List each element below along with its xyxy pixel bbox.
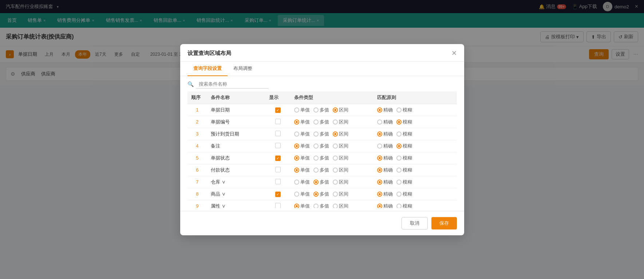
radio-type-range[interactable]: 区间 (333, 155, 348, 161)
radio-type-range[interactable]: 区间 (333, 119, 348, 125)
cell-name: 属性 ∨ (207, 200, 265, 208)
radio-match-fuzzy[interactable]: 模糊 (396, 203, 412, 208)
radio-type-single[interactable]: 单值 (294, 119, 310, 125)
cell-match: 精确模糊 (374, 164, 457, 176)
radio-type-multi[interactable]: 多值 (313, 131, 329, 137)
radio-type-range[interactable]: 区间 (333, 143, 348, 149)
radio-match-exact[interactable]: 精确 (377, 107, 393, 113)
radio-match-fuzzy[interactable]: 模糊 (396, 119, 412, 125)
radio-circle-match-fuzzy (396, 204, 402, 208)
save-button[interactable]: 保存 (431, 217, 457, 229)
show-checkbox[interactable] (275, 179, 281, 184)
show-checkbox[interactable] (275, 192, 281, 197)
tab-query-fields[interactable]: 查询字段设置 (187, 62, 228, 76)
radio-label-type-single: 单值 (300, 119, 310, 125)
radio-circle-type-range (333, 119, 338, 125)
cell-order: 9 (187, 200, 208, 208)
cell-show[interactable] (265, 152, 291, 164)
radio-type-range[interactable]: 区间 (333, 107, 348, 113)
radio-type-single[interactable]: 单值 (294, 143, 310, 149)
radio-type-range[interactable]: 区间 (333, 179, 348, 185)
radio-type-multi[interactable]: 多值 (313, 179, 329, 185)
cell-show[interactable] (265, 140, 291, 152)
radio-label-match-exact: 精确 (383, 179, 393, 185)
radio-match-exact[interactable]: 精确 (377, 203, 393, 208)
cell-show[interactable] (265, 104, 291, 116)
show-checkbox[interactable] (275, 107, 281, 113)
radio-type-range[interactable]: 区间 (333, 167, 348, 173)
cell-show[interactable] (265, 188, 291, 200)
radio-match-exact[interactable]: 精确 (377, 155, 393, 161)
show-checkbox[interactable] (275, 131, 281, 136)
cancel-button[interactable]: 取消 (402, 217, 428, 229)
dialog-search-area: 🔍 (180, 76, 464, 89)
radio-match-exact[interactable]: 精确 (377, 119, 393, 125)
radio-type-single[interactable]: 单值 (294, 191, 310, 197)
radio-type-multi[interactable]: 多值 (313, 119, 329, 125)
th-match: 匹配原则 (374, 91, 457, 104)
cell-show[interactable] (265, 116, 291, 128)
radio-match-fuzzy[interactable]: 模糊 (396, 107, 412, 113)
radio-match-fuzzy[interactable]: 模糊 (396, 179, 412, 185)
radio-type-range[interactable]: 区间 (333, 191, 348, 197)
show-checkbox[interactable] (275, 156, 281, 161)
radio-type-multi[interactable]: 多值 (313, 203, 329, 208)
radio-type-single[interactable]: 单值 (294, 203, 310, 208)
radio-match-exact[interactable]: 精确 (377, 179, 393, 185)
radio-match-fuzzy[interactable]: 模糊 (396, 167, 412, 173)
cell-show[interactable] (265, 176, 291, 188)
cell-name: 单据状态 (207, 152, 265, 164)
radio-label-type-single: 单值 (300, 143, 310, 149)
show-checkbox[interactable] (275, 167, 281, 172)
radio-type-multi[interactable]: 多值 (313, 143, 329, 149)
cell-name: 商品 ∨ (207, 188, 265, 200)
radio-match-fuzzy[interactable]: 模糊 (396, 155, 412, 161)
radio-match-fuzzy[interactable]: 模糊 (396, 131, 412, 137)
show-checkbox[interactable] (275, 143, 281, 148)
radio-circle-match-exact (377, 156, 382, 161)
radio-circle-type-multi (313, 180, 319, 185)
radio-type-single[interactable]: 单值 (294, 131, 310, 137)
cell-order: 7 (187, 176, 208, 188)
radio-match-exact[interactable]: 精确 (377, 191, 393, 197)
radio-match-exact[interactable]: 精确 (377, 167, 393, 173)
cell-name: 仓库 ∨ (207, 176, 265, 188)
radio-circle-type-range (333, 204, 338, 208)
radio-type-single[interactable]: 单值 (294, 155, 310, 161)
table-row: 8商品 ∨单值多值区间精确模糊 (187, 188, 457, 200)
radio-type-single[interactable]: 单值 (294, 179, 310, 185)
settings-dialog: 设置查询区域布局 ✕ 查询字段设置 布局调整 🔍 顺序 条件名称 显示 (180, 44, 464, 235)
radio-circle-match-fuzzy (396, 168, 402, 173)
radio-type-range[interactable]: 区间 (333, 203, 348, 208)
radio-circle-type-multi (313, 156, 319, 161)
cell-show[interactable] (265, 164, 291, 176)
radio-label-type-single: 单值 (300, 191, 310, 197)
cell-order: 3 (187, 128, 208, 140)
search-input[interactable] (196, 80, 269, 89)
radio-match-fuzzy[interactable]: 模糊 (396, 143, 412, 149)
radio-label-match-exact: 精确 (383, 191, 393, 197)
tab-layout-adjust[interactable]: 布局调整 (228, 62, 258, 76)
cell-show[interactable] (265, 128, 291, 140)
radio-type-multi[interactable]: 多值 (313, 191, 329, 197)
radio-type-multi[interactable]: 多值 (313, 155, 329, 161)
radio-type-single[interactable]: 单值 (294, 167, 310, 173)
radio-label-type-single: 单值 (300, 131, 310, 137)
cell-show[interactable] (265, 200, 291, 208)
show-checkbox[interactable] (275, 203, 281, 208)
radio-type-single[interactable]: 单值 (294, 107, 310, 113)
radio-match-exact[interactable]: 精确 (377, 131, 393, 137)
radio-label-type-range: 区间 (339, 131, 348, 137)
radio-type-range[interactable]: 区间 (333, 131, 348, 137)
radio-match-exact[interactable]: 精确 (377, 143, 393, 149)
radio-match-fuzzy[interactable]: 模糊 (396, 191, 412, 197)
cell-order: 6 (187, 164, 208, 176)
radio-type-multi[interactable]: 多值 (313, 107, 329, 113)
radio-type-multi[interactable]: 多值 (313, 167, 329, 173)
table-row: 2单据编号单值多值区间精确模糊 (187, 116, 457, 128)
table-row: 7仓库 ∨单值多值区间精确模糊 (187, 176, 457, 188)
dialog-tabs: 查询字段设置 布局调整 (180, 62, 464, 76)
cell-type: 单值多值区间 (291, 200, 374, 208)
show-checkbox[interactable] (275, 119, 281, 124)
dialog-close-button[interactable]: ✕ (451, 50, 457, 56)
